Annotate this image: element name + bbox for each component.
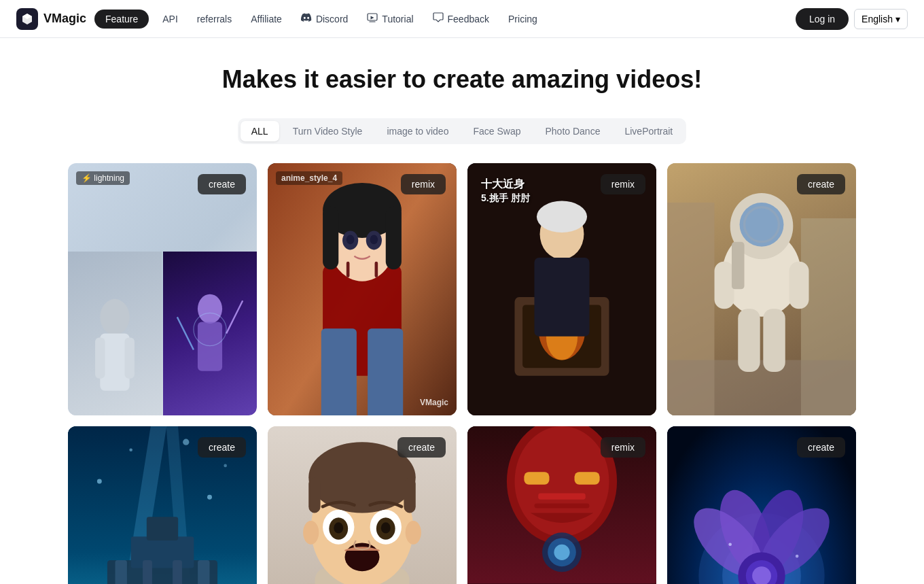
svg-rect-52 xyxy=(116,560,127,584)
card-6-button[interactable]: create xyxy=(397,437,446,458)
api-link[interactable]: API xyxy=(154,10,186,29)
tab-all[interactable]: ALL xyxy=(241,121,279,141)
svg-rect-5 xyxy=(124,337,134,378)
card-7-button[interactable]: remix xyxy=(601,437,645,458)
svg-point-75 xyxy=(334,522,343,533)
feature-button[interactable]: Feature xyxy=(94,10,149,29)
svg-point-57 xyxy=(129,448,132,451)
video-card-7[interactable]: remix xyxy=(467,426,656,584)
svg-rect-85 xyxy=(534,503,589,508)
svg-point-76 xyxy=(381,522,391,533)
card-3-overlay: 十大近身 5.挑手 肘肘 xyxy=(481,177,530,205)
svg-rect-53 xyxy=(198,560,209,584)
svg-rect-40 xyxy=(715,262,734,309)
svg-rect-18 xyxy=(386,207,402,270)
tab-liveportrait[interactable]: LivePortrait xyxy=(614,121,683,141)
feedback-link[interactable]: Feedback xyxy=(425,8,497,29)
svg-point-6 xyxy=(198,294,222,323)
referrals-link[interactable]: referrals xyxy=(189,10,240,29)
svg-point-66 xyxy=(303,521,319,545)
svg-rect-54 xyxy=(143,560,152,584)
video-card-3[interactable]: 十大近身 5.挑手 肘肘 remix xyxy=(467,163,656,415)
svg-rect-24 xyxy=(375,262,378,277)
svg-rect-41 xyxy=(789,262,809,309)
svg-rect-43 xyxy=(763,309,785,372)
svg-rect-7 xyxy=(198,322,222,371)
main-content: Makes it easier to create amazing videos… xyxy=(54,38,870,584)
feedback-label: Feedback xyxy=(448,14,489,24)
card-4-button[interactable]: create xyxy=(797,174,845,194)
tutorial-label: Tutorial xyxy=(382,14,413,24)
svg-point-58 xyxy=(207,494,212,499)
video-card-5[interactable]: create xyxy=(68,426,257,584)
svg-rect-55 xyxy=(173,560,182,584)
svg-point-88 xyxy=(554,544,569,560)
svg-line-8 xyxy=(177,317,194,349)
svg-rect-51 xyxy=(147,517,178,540)
video-card-6[interactable]: create xyxy=(268,426,457,584)
svg-rect-31 xyxy=(534,258,589,337)
card-3-button[interactable]: remix xyxy=(601,174,645,194)
card-2-tag: anime_style_4 xyxy=(276,171,342,185)
tab-photo-dance[interactable]: Photo Dance xyxy=(535,121,611,141)
svg-rect-69 xyxy=(308,477,320,513)
tab-face-swap[interactable]: Face Swap xyxy=(462,121,531,141)
language-selector[interactable]: English ▾ xyxy=(854,9,908,29)
svg-point-2 xyxy=(100,299,129,335)
svg-point-21 xyxy=(346,235,355,244)
svg-rect-44 xyxy=(732,242,745,290)
svg-point-32 xyxy=(537,201,587,233)
video-card-4[interactable]: create xyxy=(667,163,856,415)
feedback-icon xyxy=(433,12,444,25)
discord-label: Discord xyxy=(316,14,348,24)
svg-point-22 xyxy=(370,235,378,244)
logo-link[interactable]: VMagic xyxy=(16,8,86,30)
navbar: VMagic Feature API referrals Affiliate D… xyxy=(0,0,924,38)
svg-rect-14 xyxy=(368,328,403,415)
card-8-button[interactable]: create xyxy=(797,437,845,458)
svg-rect-70 xyxy=(404,477,415,513)
svg-rect-42 xyxy=(738,309,760,372)
tutorial-icon xyxy=(367,12,378,25)
language-label: English xyxy=(861,14,893,24)
card-2-watermark: VMagic xyxy=(420,398,448,407)
svg-rect-50 xyxy=(131,536,194,568)
video-card-2[interactable]: anime_style_4 VMagic remix xyxy=(268,163,457,415)
svg-rect-36 xyxy=(667,360,856,415)
svg-rect-84 xyxy=(538,493,586,499)
filter-tabs: ALL Turn Video Style image to video Face… xyxy=(238,118,687,144)
svg-point-56 xyxy=(97,479,102,483)
svg-rect-17 xyxy=(323,207,338,270)
discord-link[interactable]: Discord xyxy=(293,8,356,29)
svg-point-107 xyxy=(728,543,732,546)
card-3-line2: 5.挑手 肘肘 xyxy=(481,192,530,205)
card-2-button[interactable]: remix xyxy=(401,174,446,194)
login-button[interactable]: Log in xyxy=(796,8,849,30)
svg-point-108 xyxy=(796,554,799,557)
svg-point-59 xyxy=(224,464,227,467)
svg-point-39 xyxy=(740,203,784,247)
video-card-1[interactable]: ⚡ lightning create xyxy=(68,163,257,415)
card-1-button[interactable]: create xyxy=(198,174,246,194)
svg-rect-13 xyxy=(321,328,357,415)
chevron-down-icon: ▾ xyxy=(895,14,900,24)
card-1-tag: ⚡ lightning xyxy=(76,171,130,185)
video-grid: ⚡ lightning create xyxy=(68,163,856,584)
video-card-8[interactable]: create xyxy=(667,426,856,584)
card-5-button[interactable]: create xyxy=(198,437,246,458)
tab-turn-video-style[interactable]: Turn Video Style xyxy=(282,121,374,141)
tutorial-link[interactable]: Tutorial xyxy=(359,8,421,29)
svg-point-67 xyxy=(406,521,421,545)
affiliate-link[interactable]: Affiliate xyxy=(243,10,290,29)
svg-rect-82 xyxy=(524,472,549,485)
pricing-link[interactable]: Pricing xyxy=(500,10,546,29)
svg-rect-23 xyxy=(346,262,350,277)
logo-text: VMagic xyxy=(43,12,86,26)
card-3-line1: 十大近身 xyxy=(481,177,530,192)
svg-line-9 xyxy=(226,300,243,333)
discord-icon xyxy=(301,12,312,25)
logo-icon xyxy=(16,8,38,30)
tab-image-to-video[interactable]: image to video xyxy=(376,121,459,141)
svg-point-60 xyxy=(183,439,189,445)
hero-title: Makes it easier to create amazing videos… xyxy=(68,65,856,94)
